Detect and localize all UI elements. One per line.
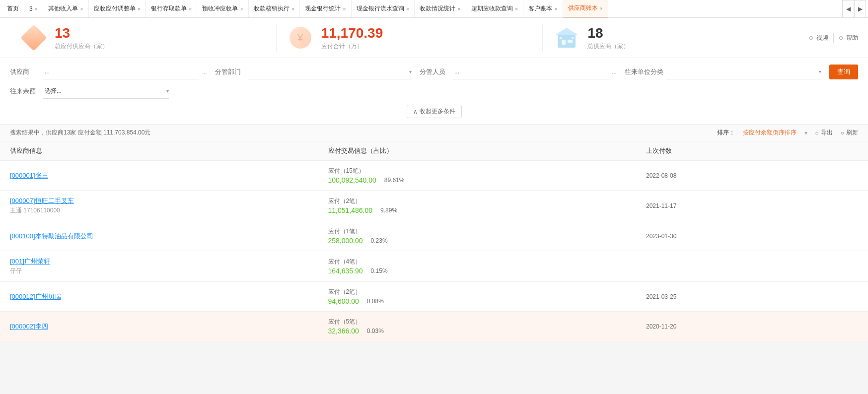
supplier-icon: [20, 24, 48, 52]
supplier-link-3[interactable]: [001]广州荣轩: [10, 258, 50, 265]
nav-tab-ap-adjustment[interactable]: 应收应付调整单 ×: [89, 0, 146, 18]
transaction-amount-1[interactable]: 11,051,486.00: [328, 206, 373, 214]
category-select[interactable]: [666, 64, 819, 79]
svg-rect-1: [562, 40, 566, 45]
total-amount-value: 11,170.39: [321, 25, 383, 42]
table-row: [000007]恒旺二手叉车王通 17106110000应付（2笔）11,051…: [0, 191, 868, 221]
supplier-cell-5: [000002]李四: [10, 322, 328, 331]
nav-tab-cash-bank-flow[interactable]: 现金银行流水查询 ×: [352, 0, 415, 18]
nav-tab-other-income[interactable]: 其他收入单 ×: [43, 0, 88, 18]
nav-tab-customer-account[interactable]: 客户账本 ×: [523, 0, 563, 18]
results-summary: 搜索结果中，供应商13家 应付金额 111,703,854.00元: [10, 129, 150, 137]
query-button[interactable]: 查询: [829, 65, 858, 79]
transaction-amount-5[interactable]: 32,366.00: [328, 327, 359, 335]
export-label: 导出: [821, 129, 833, 137]
nav-tab-tab3[interactable]: 3 ×: [24, 0, 43, 18]
transaction-cell-3: 应付（4笔）164,635.900.15%: [328, 258, 647, 275]
nav-tab-receipt-audit[interactable]: 收款核销执行 ×: [249, 0, 300, 18]
sort-value[interactable]: 按应付余额倒序排序: [743, 129, 796, 137]
close-tab-receipt-audit[interactable]: ×: [291, 6, 294, 12]
total-suppliers-label: 总应付供应商（家）: [55, 42, 108, 51]
supplier-sub-1: 王通 17106110000: [10, 206, 328, 215]
header-transaction: 应付交易信息（占比）: [328, 146, 647, 155]
table-row: [000012]广州贝瑞应付（2笔）94,600.000.08%2021-03-…: [0, 282, 868, 312]
transaction-label-2: 应付（1笔）: [328, 227, 647, 236]
filter-supplier: 供应商 ...: [10, 65, 207, 79]
close-tab-other-income[interactable]: ×: [80, 6, 83, 12]
transaction-label-1: 应付（2笔）: [328, 197, 647, 205]
last-payment-5: 2020-11-20: [646, 323, 858, 330]
transaction-percent-3: 0.15%: [371, 267, 388, 274]
nav-tab-overdue-query[interactable]: 超期应收款查询 ×: [466, 0, 523, 18]
transaction-amount-0[interactable]: 100,092,540.00: [328, 176, 376, 184]
results-bar: 搜索结果中，供应商13家 应付金额 111,703,854.00元 排序： 按应…: [0, 125, 868, 141]
filter-category: 往来单位分类 ▾: [625, 64, 822, 79]
close-tab-cash-bank-flow[interactable]: ×: [406, 6, 409, 12]
close-tab-advance-writeoff[interactable]: ×: [240, 6, 243, 12]
header-supplier: 供应商信息: [10, 146, 328, 155]
sort-label: 排序：: [717, 129, 735, 137]
last-payment-4: 2021-03-25: [646, 293, 858, 300]
supplier-input[interactable]: [43, 65, 199, 79]
last-payment-1: 2021-11-17: [646, 202, 858, 209]
nav-arrows: ◀ ▶: [842, 0, 866, 18]
nav-arrow-left[interactable]: ◀: [842, 0, 854, 18]
table-body: [000001]张三应付（15笔）100,092,540.0089.61%202…: [0, 161, 868, 341]
video-link[interactable]: 视频: [816, 34, 828, 42]
supplier-link-1[interactable]: [000007]恒旺二手叉车: [10, 197, 74, 204]
supplier-link-5[interactable]: [000002]李四: [10, 323, 48, 330]
collapse-button[interactable]: ∧ 收起更多条件: [407, 105, 462, 118]
nav-tab-home[interactable]: 首页: [2, 0, 24, 18]
transaction-cell-0: 应付（15笔）100,092,540.0089.61%: [328, 167, 647, 184]
nav-tab-supplier-account[interactable]: 供应商账本 ×: [563, 0, 608, 18]
close-tab-supplier-account[interactable]: ×: [600, 5, 603, 11]
summary-actions: ⊙ 视频 ⊙ 帮助: [809, 33, 858, 43]
transaction-amount-2[interactable]: 258,000.00: [328, 237, 363, 245]
supplier-link-4[interactable]: [000012]广州贝瑞: [10, 293, 61, 300]
close-tab-cash-bank-stat[interactable]: ×: [343, 6, 346, 12]
close-tab-collection-stat[interactable]: ×: [457, 6, 460, 12]
close-tab-ap-adjustment[interactable]: ×: [138, 6, 141, 12]
close-tab-customer-account[interactable]: ×: [554, 6, 557, 12]
balance-select[interactable]: 选择...: [43, 83, 166, 98]
store-icon: [553, 24, 580, 52]
nav-arrow-right[interactable]: ▶: [854, 0, 866, 18]
close-tab-tab3[interactable]: ×: [35, 6, 38, 12]
nav-tab-advance-writeoff[interactable]: 预收冲应收单 ×: [197, 0, 248, 18]
dept-select-wrapper: ▾: [248, 64, 412, 79]
nav-tab-collection-stat[interactable]: 收款情况统计 ×: [415, 0, 466, 18]
supplier-link-2[interactable]: [000100]本特勒油品有限公司: [10, 232, 93, 240]
supplier-cell-0: [000001]张三: [10, 171, 328, 180]
filter-balance: 往来余额 选择... ▾: [10, 83, 169, 99]
category-chevron-icon: ▾: [819, 69, 821, 74]
transaction-amount-4[interactable]: 94,600.00: [328, 297, 359, 305]
nav-tab-bank-deposit[interactable]: 银行存取款单 ×: [146, 0, 197, 18]
close-tab-bank-deposit[interactable]: ×: [189, 6, 192, 12]
category-select-wrapper: ▾: [666, 64, 822, 79]
nav-tab-cash-bank-stat[interactable]: 现金银行统计 ×: [300, 0, 351, 18]
transaction-amount-row-1: 11,051,486.009.89%: [328, 206, 647, 214]
transaction-label-5: 应付（5笔）: [328, 318, 647, 326]
dept-select[interactable]: [248, 64, 410, 79]
refresh-label: 刷新: [846, 129, 858, 137]
table-row: [000001]张三应付（15笔）100,092,540.0089.61%202…: [0, 161, 868, 191]
help-link[interactable]: 帮助: [846, 34, 858, 42]
balance-label: 往来余额: [10, 87, 40, 96]
supplier-link-0[interactable]: [000001]张三: [10, 172, 48, 179]
close-tab-overdue-query[interactable]: ×: [515, 6, 518, 12]
summary-text-amount: 11,170.39 应付合计（万）: [321, 25, 383, 51]
refresh-button[interactable]: ○ 刷新: [841, 129, 858, 137]
dept-chevron-icon: ▾: [409, 69, 412, 74]
supplier-label: 供应商: [10, 67, 40, 76]
export-button[interactable]: ○ 导出: [815, 129, 833, 137]
transaction-label-3: 应付（4笔）: [328, 258, 647, 266]
transaction-cell-5: 应付（5笔）32,366.000.03%: [328, 318, 647, 335]
summary-text-total: 18 总供应商（家）: [587, 25, 629, 51]
transaction-cell-2: 应付（1笔）258,000.000.23%: [328, 227, 647, 245]
dept-label: 分管部门: [215, 67, 245, 76]
person-input[interactable]: [452, 65, 609, 79]
transaction-cell-1: 应付（2笔）11,051,486.009.89%: [328, 197, 647, 214]
transaction-percent-1: 9.89%: [380, 207, 397, 214]
transaction-amount-3[interactable]: 164,635.90: [328, 267, 363, 275]
svg-rect-3: [560, 37, 562, 39]
